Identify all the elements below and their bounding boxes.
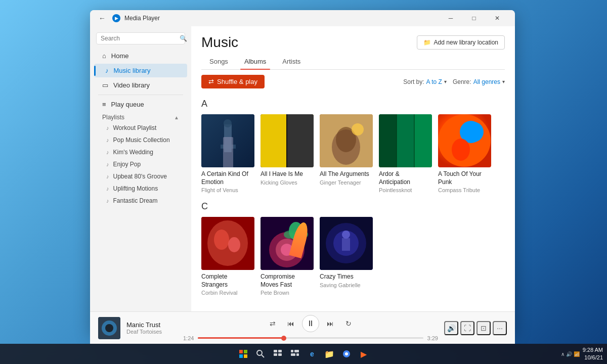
search-box[interactable]: 🔍: [96, 32, 185, 44]
svg-rect-14: [397, 114, 414, 167]
album-card[interactable]: All I Have Is Me Kicking Gloves: [261, 114, 314, 193]
sidebar-item-music-library[interactable]: ♪ Music library: [94, 64, 187, 77]
window-title: Media Player: [124, 15, 160, 22]
album-cover: [320, 114, 373, 167]
genre-dropdown[interactable]: Genre: All genres ▾: [453, 78, 505, 85]
media-player-taskbar-button[interactable]: ▶: [356, 346, 372, 362]
system-clock: 9:28 AM 10/6/21: [583, 346, 603, 362]
playlists-label: Playlists: [102, 114, 124, 121]
app-icon: ▶: [112, 14, 120, 22]
fullscreen-button[interactable]: ⛶: [460, 321, 474, 335]
sort-dropdown[interactable]: Sort by: A to Z ▾: [403, 78, 447, 85]
album-card[interactable]: Compromise Moves Fast Pete Brown: [261, 217, 314, 296]
svg-point-31: [284, 231, 296, 239]
playlist-item[interactable]: ♪ Pop Music Collection: [94, 134, 187, 146]
edge-button[interactable]: e: [304, 346, 320, 362]
app-window: ← ▶ Media Player ─ □ ✕ 🔍 ⌂: [90, 10, 515, 334]
video-icon: ▭: [102, 81, 108, 89]
task-view-button[interactable]: [270, 346, 286, 362]
nav-video-wrapper: ▭ Video library: [90, 78, 191, 93]
maximize-button[interactable]: □: [462, 10, 486, 26]
app-body: 🔍 ⌂ Home ♪ Music library ▭ Video li: [90, 26, 515, 334]
tab-songs[interactable]: Songs: [201, 55, 236, 69]
previous-button[interactable]: ⏮: [284, 316, 298, 331]
nav-home-wrapper: ⌂ Home: [90, 49, 191, 63]
section-letter-c: C: [201, 201, 505, 212]
svg-rect-52: [294, 350, 299, 352]
volume-button[interactable]: 🔊: [444, 321, 458, 335]
progress-track[interactable]: [198, 337, 423, 339]
page-title-row: Music 📁 Add new library location: [201, 34, 505, 51]
svg-rect-47: [274, 350, 277, 352]
add-library-button[interactable]: 📁 Add new library location: [417, 35, 505, 50]
miniplayer-button[interactable]: ⊡: [476, 321, 491, 335]
start-button[interactable]: [235, 346, 251, 362]
svg-rect-53: [291, 353, 295, 356]
svg-point-11: [352, 123, 364, 135]
tab-artists[interactable]: Artists: [274, 55, 309, 69]
playlist-item[interactable]: ♪ Fantastic Dream: [94, 195, 187, 206]
albums-scroll[interactable]: A A Certain: [191, 93, 515, 334]
shuffle-icon: ⇄: [208, 78, 214, 85]
playlist-item[interactable]: ♪ Workout Playlist: [94, 122, 187, 133]
album-card[interactable]: A Certain Kind Of Emotion Flight of Venu…: [201, 114, 254, 193]
widgets-button[interactable]: [287, 346, 303, 362]
album-card[interactable]: Complete Strangers Corbin Revival: [201, 217, 254, 296]
minimize-button[interactable]: ─: [439, 10, 462, 26]
svg-rect-2: [221, 145, 236, 149]
svg-rect-51: [291, 350, 293, 352]
album-title: A Touch Of Your Punk: [438, 170, 491, 186]
svg-rect-6: [287, 114, 314, 167]
explorer-button[interactable]: 📁: [321, 346, 337, 362]
sidebar-item-video-library[interactable]: ▭ Video library: [94, 78, 187, 92]
svg-point-45: [257, 350, 262, 355]
next-button[interactable]: ⏭: [323, 316, 337, 331]
tab-albums[interactable]: Albums: [236, 55, 274, 69]
svg-rect-43: [239, 354, 243, 358]
back-button[interactable]: ←: [96, 12, 108, 24]
queue-icon: ≡: [102, 101, 106, 108]
playlist-icon: ♪: [106, 198, 109, 204]
playlist-icon: ♪: [106, 173, 109, 179]
collapse-playlists-button[interactable]: ▲: [174, 115, 179, 120]
album-title: All I Have Is Me: [261, 170, 314, 178]
album-title: Crazy Times: [320, 273, 373, 281]
album-cover: [320, 217, 373, 270]
repeat-button[interactable]: ↻: [341, 316, 356, 331]
playlist-item[interactable]: ♪ Upbeat 80's Groove: [94, 171, 187, 182]
svg-point-20: [452, 139, 470, 161]
sidebar-item-home[interactable]: ⌂ Home: [94, 49, 187, 63]
svg-rect-29: [295, 232, 297, 252]
playlist-item[interactable]: ♪ Kim's Wedding: [94, 147, 187, 158]
album-card[interactable]: Crazy Times Saving Gabrielle: [320, 217, 373, 296]
svg-point-56: [345, 352, 348, 355]
album-artist: Kicking Gloves: [261, 179, 314, 186]
pause-button[interactable]: ⏸: [302, 315, 319, 332]
album-artist: Flight of Venus: [201, 187, 254, 193]
svg-point-32: [296, 231, 308, 239]
nav-playqueue-wrapper: ≡ Play queue: [90, 97, 191, 112]
content-header: Music 📁 Add new library location Songs A…: [191, 26, 515, 70]
sidebar-item-play-queue[interactable]: ≡ Play queue: [94, 98, 187, 111]
more-options-button[interactable]: ···: [493, 321, 507, 335]
shuffle-button[interactable]: ⇄: [266, 316, 280, 331]
album-artist: Saving Gabrielle: [320, 282, 373, 288]
shuffle-play-button[interactable]: ⇄ Shuffle & play: [201, 75, 265, 88]
search-button[interactable]: [252, 346, 269, 362]
chrome-button[interactable]: [338, 346, 355, 362]
album-card[interactable]: Ardor & Anticipation Pointlessknot: [379, 114, 432, 193]
album-title: All The Arguments: [320, 170, 373, 178]
playlist-item[interactable]: ♪ Enjoy Pop: [94, 159, 187, 170]
now-playing-info: Manic Trust Deaf Tortoises: [126, 321, 177, 335]
close-button[interactable]: ✕: [486, 10, 509, 26]
svg-rect-50: [278, 353, 282, 356]
svg-rect-1: [224, 124, 232, 152]
taskbar: e 📁 ▶ ∧ 🔊 📶 9:28 AM 10/6/21: [0, 344, 607, 364]
album-card[interactable]: All The Arguments Ginger Teenager: [320, 114, 373, 193]
album-card[interactable]: A Touch Of Your Punk Compass Tribute: [438, 114, 491, 193]
album-title: Compromise Moves Fast: [261, 273, 314, 289]
album-title: Complete Strangers: [201, 273, 254, 289]
search-input[interactable]: [101, 35, 177, 42]
playlist-item[interactable]: ♪ Uplifting Motions: [94, 183, 187, 194]
svg-point-3: [224, 119, 232, 127]
